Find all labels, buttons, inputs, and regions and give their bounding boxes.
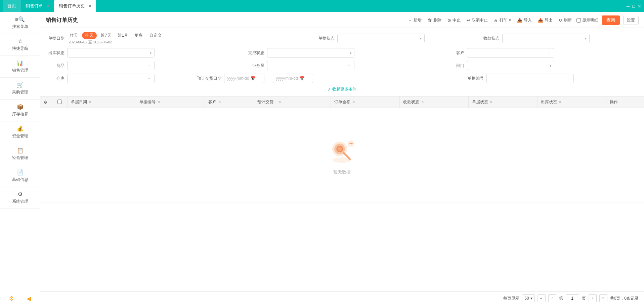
date-7days[interactable]: 近7天: [98, 32, 114, 39]
collapse-filter-btn[interactable]: ∧ 收起更多条件: [46, 86, 639, 92]
sidebar-item-capital-mgmt-label: 资金管理: [12, 133, 28, 139]
toolbar: ＋ 新增 🗑 删除 ⊘ 中止 ↩ 取消中止 🖨 打印: [406, 15, 639, 25]
sort-doc-status-icon: ⇅: [490, 100, 492, 104]
filter-row-3: 商品 ··· 业务员 ··· 部门: [46, 61, 639, 70]
th-doc-number[interactable]: 单据编号 ⇅: [136, 97, 205, 108]
maximize-btn[interactable]: □: [632, 4, 635, 9]
tab-home-label: 首页: [7, 3, 16, 9]
import-button[interactable]: 📥 导入: [516, 17, 533, 24]
sidebar-item-inventory[interactable]: 📦 库存核算: [0, 100, 40, 121]
sidebar-item-search-menu[interactable]: ≡🔍 搜索菜单: [0, 12, 40, 34]
salesperson-input[interactable]: ···: [267, 61, 354, 70]
search-menu-icon: ≡🔍: [15, 16, 25, 23]
basic-info-icon: 📄: [17, 169, 24, 176]
warehouse-input[interactable]: ···: [67, 74, 155, 83]
filter-doc-date: 单据日期 昨天 今天 近7天 近1月 更多 自定义 2023-06-02 至 2…: [46, 32, 309, 45]
receipt-status-select[interactable]: ▾: [502, 34, 590, 43]
th-expected-delivery[interactable]: 预计交货... ⇅: [254, 97, 331, 108]
calendar-to-icon: 📅: [299, 76, 304, 81]
date-custom[interactable]: 自定义: [147, 32, 164, 39]
new-button[interactable]: ＋ 新增: [406, 16, 423, 24]
th-doc-date[interactable]: 单据日期 ⇅: [67, 97, 136, 108]
sidebar-item-ops-mgmt[interactable]: 📋 经营管理: [0, 143, 40, 165]
delivery-date-to[interactable]: yyyy-mm-dd 📅: [273, 74, 313, 83]
select-all-checkbox[interactable]: [57, 100, 62, 104]
goods-dots-icon: ···: [148, 63, 152, 68]
display-columns-checkbox[interactable]: [576, 18, 581, 23]
filter-warehouse: 仓库 ···: [46, 74, 190, 83]
calendar-from-icon: 📅: [251, 76, 256, 81]
th-customer[interactable]: 客户 ⇅: [205, 97, 254, 108]
display-columns-check[interactable]: 显示明细: [576, 17, 598, 23]
th-settings[interactable]: ⚙: [40, 97, 54, 108]
doc-number-input[interactable]: [486, 74, 574, 83]
completion-status-select[interactable]: ▾: [267, 48, 354, 58]
prev-page-btn[interactable]: ‹: [548, 294, 556, 302]
delivery-status-select[interactable]: ▾: [67, 48, 155, 58]
th-doc-status[interactable]: 单据状态 ⇅: [469, 97, 538, 108]
tab-sales-order-history[interactable]: 销售订单历史 ✕: [54, 0, 96, 12]
sidebar-item-quick-nav-label: 快捷导航: [12, 46, 28, 51]
goods-input[interactable]: ···: [67, 61, 155, 70]
print-button[interactable]: 🖨 打印 ▾: [492, 17, 512, 24]
sidebar-item-inventory-label: 库存核算: [12, 111, 28, 117]
filter-receipt-status: 收款状态 ▾: [481, 34, 639, 43]
cancel-stop-button[interactable]: ↩ 取消中止: [465, 17, 489, 24]
last-page-btn[interactable]: »: [599, 294, 607, 302]
sidebar-item-basic-info[interactable]: 📄 基础信息: [0, 165, 40, 187]
export-icon: 📤: [538, 18, 543, 23]
page-number-input[interactable]: [566, 294, 579, 302]
date-today[interactable]: 今天: [82, 32, 97, 39]
settings-col-icon: ⚙: [44, 100, 47, 105]
refresh-button[interactable]: ↻ 刷新: [557, 17, 573, 24]
stop-button[interactable]: ⊘ 中止: [446, 17, 462, 24]
table-area: ⚙ 单据日期 ⇅ 单据编号 ⇅: [40, 97, 644, 291]
quick-nav-icon: ☆: [18, 38, 23, 44]
delete-button[interactable]: 🗑 删除: [426, 17, 443, 24]
close-window-btn[interactable]: ✕: [638, 4, 641, 9]
th-receipt-status[interactable]: 收款状态 ⇅: [400, 97, 469, 108]
cancel-stop-icon: ↩: [467, 18, 470, 23]
page-size-select[interactable]: 50 ▾: [522, 294, 534, 302]
th-order-amount[interactable]: 订单金额 ⇅: [331, 97, 400, 108]
page-header: 销售订单历史 ＋ 新增 🗑 删除 ⊘ 中止 ↩ 取消中止: [40, 12, 644, 28]
th-delivery-status[interactable]: 出库状态 ⇅: [538, 97, 606, 108]
settings-button[interactable]: 设置: [623, 16, 639, 25]
th-actions-label: 操作: [610, 100, 618, 104]
th-checkbox[interactable]: [54, 97, 67, 108]
doc-status-select[interactable]: ▾: [337, 34, 425, 43]
query-button[interactable]: 查询: [602, 15, 620, 25]
sidebar-item-capital-mgmt[interactable]: 💰 资金管理: [0, 121, 40, 143]
sidebar-bottom: ⚙ ◀: [0, 292, 40, 305]
date-1month[interactable]: 近1月: [115, 32, 131, 39]
sidebar-collapse-icon[interactable]: ◀: [27, 295, 31, 302]
next-page-btn[interactable]: ›: [589, 294, 597, 302]
minimize-btn[interactable]: ─: [627, 4, 630, 9]
sidebar-item-ops-mgmt-label: 经营管理: [12, 155, 28, 161]
sort-receipt-status-icon: ⇅: [421, 100, 424, 104]
tab-sales-order-history-close[interactable]: ✕: [88, 4, 91, 8]
sidebar-settings-icon[interactable]: ⚙: [9, 295, 14, 302]
sort-customer-icon: ⇅: [218, 100, 221, 104]
department-select[interactable]: ▾: [467, 61, 554, 70]
first-page-btn[interactable]: «: [538, 294, 546, 302]
empty-state: 暂无数据: [40, 108, 644, 202]
sidebar-item-purchase-mgmt[interactable]: 🛒 采购管理: [0, 78, 40, 100]
date-separator: —: [266, 76, 271, 81]
tab-sales-order-close[interactable]: ✕: [46, 4, 49, 8]
delete-label: 删除: [433, 17, 441, 23]
customer-input[interactable]: ···: [467, 48, 554, 58]
prev-page-icon: ‹: [552, 296, 553, 301]
ops-mgmt-icon: 📋: [17, 147, 24, 154]
export-button[interactable]: 📤 导出: [536, 17, 554, 24]
delivery-date-from[interactable]: yyyy-mm-dd 📅: [224, 74, 264, 83]
sidebar-item-sales-mgmt[interactable]: 📊 销售管理: [0, 56, 40, 78]
pagination-bar: 每页显示 50 ▾ « ‹ 第 页 › » 共0页，0条记录: [40, 291, 644, 305]
tab-home[interactable]: 首页: [3, 0, 21, 12]
sidebar-item-quick-nav[interactable]: ☆ 快捷导航: [0, 34, 40, 56]
tab-sales-order[interactable]: 销售订单 ✕: [21, 0, 54, 12]
sidebar-item-sys-mgmt[interactable]: ⚙ 系统管理: [0, 187, 40, 209]
date-more[interactable]: 更多: [132, 32, 145, 39]
filter-completion-status: 完成状态 ▾: [246, 48, 439, 58]
date-yesterday[interactable]: 昨天: [67, 32, 81, 39]
